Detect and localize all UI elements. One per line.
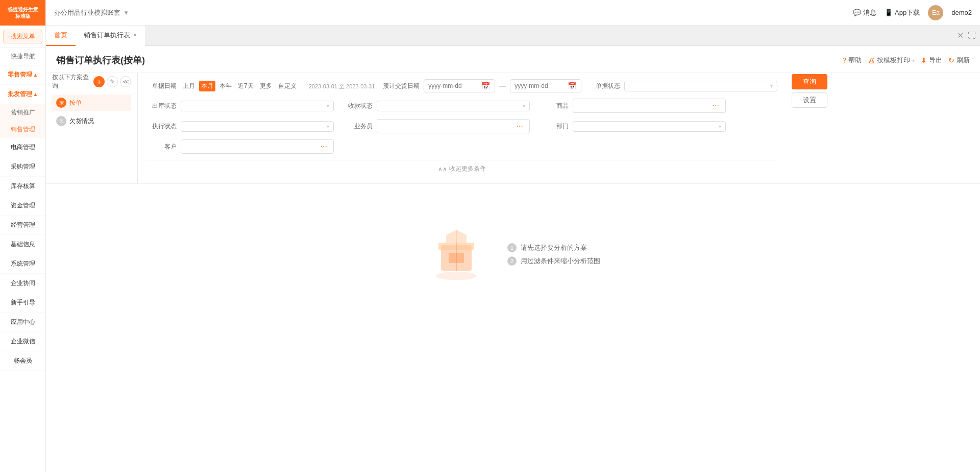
empty-state: 1 请先选择要分析的方案 2 用过滤条件来缩小分析范围 (46, 184, 980, 328)
sidebar-item-wechat-label: 企业微信 (11, 338, 35, 345)
filter-right-content: 单据日期 上月 本月 本年 近7天 更多 自定义 2023-03-01 至 20… (138, 73, 834, 183)
filter-form: 单据日期 上月 本月 本年 近7天 更多 自定义 2023-03-01 至 20… (138, 73, 786, 183)
expected-delivery-end-field[interactable] (514, 82, 566, 89)
calendar-start-icon: 📅 (481, 82, 490, 90)
customer-dots-icon[interactable]: ··· (318, 142, 329, 151)
topbar-right: 💬 消息 📱 App下载 Ea demo2 (853, 5, 972, 20)
search-menu-button[interactable]: 搜索菜单 (3, 30, 42, 43)
filter-add-button[interactable]: + (93, 76, 105, 87)
expected-delivery-start-input[interactable]: 📅 (424, 79, 495, 92)
sidebar-logo: 畅捷通好生意 标准版 (0, 0, 45, 26)
sidebar-item-purchase[interactable]: 采购管理 (0, 157, 45, 177)
expected-delivery-end-input[interactable]: 📅 (510, 79, 581, 92)
payment-label: 收款状态 (342, 102, 373, 110)
collapse-bar[interactable]: ∧∧ 收起更多条件 (146, 160, 777, 177)
message-action[interactable]: 💬 消息 (853, 8, 876, 17)
salesperson-dots-icon[interactable]: ··· (514, 122, 525, 131)
sidebar-item-member[interactable]: 畅会员 (0, 351, 45, 371)
sidebar-item-enterprise-label: 企业协同 (11, 279, 35, 287)
goods-dots-icon[interactable]: ··· (710, 101, 721, 110)
refresh-action[interactable]: ↻ 刷新 (948, 56, 970, 65)
topbar-dropdown-icon[interactable]: ▾ (125, 9, 128, 16)
sidebar-search-section: 搜索菜单 (0, 26, 45, 48)
date-tabs: 上月 本月 本年 近7天 更多 自定义 (181, 81, 299, 91)
app-download-action[interactable]: 📱 App下载 (885, 8, 920, 17)
department-select[interactable]: ▾ (573, 121, 726, 132)
export-action[interactable]: ⬇ 导出 (921, 56, 942, 65)
sidebar-item-purchase-label: 采购管理 (11, 163, 35, 170)
print-label: 按模板打印 (877, 56, 910, 65)
page-header: 销售订单执行表(按单) ? 帮助 🖨 按模板打印 ▾ ⬇ 导出 ↻ 刷新 (46, 46, 980, 73)
filter-item-by-order[interactable]: 按 按单 (52, 95, 131, 111)
help-action[interactable]: ? 帮助 (842, 56, 862, 65)
execution-arrow-icon: ▾ (327, 124, 329, 129)
sidebar-item-apps-label: 应用中心 (11, 318, 35, 325)
shipment-status-select[interactable]: ▾ (181, 101, 334, 111)
sidebar-item-newuser[interactable]: 新手引导 (0, 293, 45, 313)
order-status-select[interactable]: ▾ (624, 81, 777, 91)
tab-maximize-icon[interactable]: ⛶ (968, 31, 976, 40)
sidebar-item-apps[interactable]: 应用中心 (0, 313, 45, 332)
execution-status-select[interactable]: ▾ (181, 121, 334, 132)
filter-item-by-order-label: 按单 (69, 99, 82, 107)
filter-panel-title: 按以下方案查询 (52, 73, 93, 90)
filter-group-execution: 执行状态 ▾ (146, 121, 334, 132)
sidebar-quick-nav[interactable]: 快捷导航 (0, 48, 45, 65)
sidebar-item-marketing[interactable]: 营销推广 (0, 104, 45, 121)
main-content: 办公用品行业模拟账套 ▾ 💬 消息 📱 App下载 Ea demo2 首页 销售… (46, 0, 980, 472)
date-tab-last-7[interactable]: 近7天 (236, 81, 256, 91)
app-download-label: App下载 (895, 8, 920, 17)
payment-arrow-icon: ▾ (523, 103, 525, 109)
expected-delivery-start-field[interactable] (428, 82, 479, 89)
empty-step-1: 1 请先选择要分析的方案 (507, 243, 600, 252)
print-icon: 🖨 (868, 56, 875, 64)
shipment-arrow-icon: ▾ (327, 103, 329, 109)
date-tab-this-year[interactable]: 本年 (217, 81, 234, 91)
sidebar-item-ecommerce[interactable]: 电商管理 (0, 138, 45, 157)
sidebar-item-member-label: 畅会员 (14, 357, 32, 364)
goods-label: 商品 (538, 102, 569, 110)
app-download-icon: 📱 (885, 9, 893, 16)
salesperson-label: 业务员 (342, 122, 373, 131)
print-action[interactable]: 🖨 按模板打印 ▾ (868, 56, 915, 65)
user-avatar[interactable]: Ea (928, 5, 943, 20)
search-button[interactable]: 查询 (792, 74, 827, 89)
sidebar-item-ops[interactable]: 经营管理 (0, 216, 45, 235)
filter-item-by-debt[interactable]: 欠 欠货情况 (52, 113, 131, 129)
tab-sales-order[interactable]: 销售订单执行表 × (76, 26, 145, 46)
avatar-text: Ea (932, 9, 940, 16)
tab-close-window-icon[interactable]: ✕ (957, 31, 964, 40)
department-arrow-icon: ▾ (719, 124, 721, 129)
sidebar-item-retail[interactable]: 零售管理 ▲ (0, 65, 45, 85)
step-1-number: 1 (507, 243, 517, 252)
refresh-label: 刷新 (957, 56, 970, 65)
date-tab-last-month[interactable]: 上月 (181, 81, 197, 91)
sidebar-item-system[interactable]: 系统管理 (0, 254, 45, 274)
customer-select[interactable]: ··· (181, 139, 334, 154)
sidebar-item-wholesale-label: 批发管理 (8, 90, 32, 99)
date-tab-custom[interactable]: 自定义 (276, 81, 299, 91)
help-icon: ? (842, 56, 846, 64)
date-tab-this-month[interactable]: 本月 (199, 81, 215, 91)
sidebar-item-sales[interactable]: 销售管理 (0, 121, 45, 138)
sidebar-item-enterprise[interactable]: 企业协同 (0, 274, 45, 293)
tab-close-icon[interactable]: × (133, 32, 137, 39)
sidebar-item-wholesale[interactable]: 批发管理 ▲ (0, 85, 45, 104)
sidebar-item-inventory[interactable]: 库存核算 (0, 177, 45, 196)
filter-collapse-button[interactable]: ≪ (120, 76, 131, 87)
payment-status-select[interactable]: ▾ (377, 101, 530, 111)
filter-edit-button[interactable]: ✎ (107, 76, 118, 87)
tab-home[interactable]: 首页 (46, 26, 76, 46)
topbar-left: 办公用品行业模拟账套 ▾ (54, 8, 128, 17)
expected-delivery-label: 预计交货日期 (383, 82, 420, 90)
print-dropdown-icon[interactable]: ▾ (912, 58, 915, 63)
settings-button[interactable]: 设置 (792, 92, 827, 108)
salesperson-select[interactable]: ··· (377, 119, 530, 133)
goods-select[interactable]: ··· (573, 99, 726, 113)
filter-group-shipment: 出库状态 ▾ (146, 101, 334, 111)
sidebar-item-newuser-label: 新手引导 (11, 299, 35, 306)
date-tab-more[interactable]: 更多 (258, 81, 274, 91)
sidebar-item-basic[interactable]: 基础信息 (0, 235, 45, 254)
sidebar-item-wechat[interactable]: 企业微信 (0, 332, 45, 351)
sidebar-item-finance[interactable]: 资金管理 (0, 196, 45, 216)
